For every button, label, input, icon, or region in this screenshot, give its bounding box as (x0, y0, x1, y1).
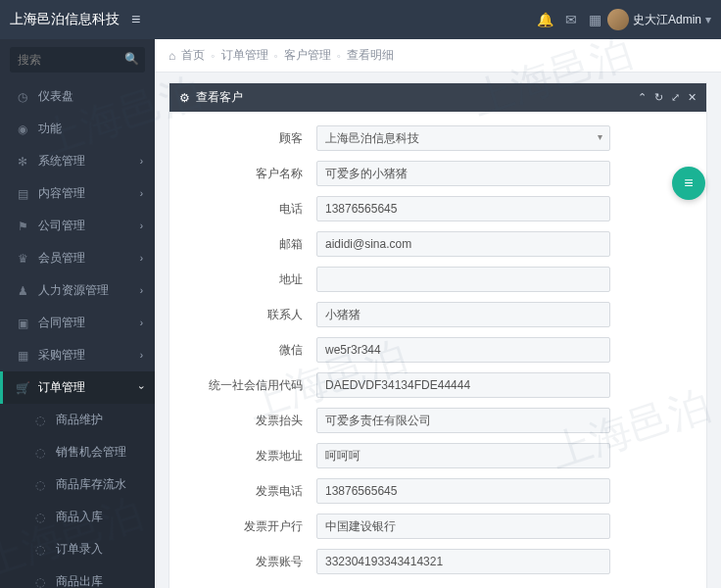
system-icon: ✻ (15, 155, 30, 169)
dot-icon: ◌ (32, 478, 48, 492)
nav-contract[interactable]: ▣合同管理› (0, 307, 155, 339)
refresh-icon[interactable]: ↻ (654, 91, 663, 104)
subnav-orderentry[interactable]: ◌订单录入 (0, 533, 155, 565)
label-uscc: 统一社会信用代码 (189, 377, 316, 394)
nav-content[interactable]: ▤内容管理› (0, 177, 155, 210)
input-invoice-account[interactable] (316, 549, 610, 574)
subnav-stockin[interactable]: ◌商品入库 (0, 501, 155, 533)
menu-toggle-icon[interactable]: ≡ (131, 11, 140, 28)
separator-icon: ◦ (337, 49, 341, 63)
dot-icon: ◌ (32, 575, 48, 589)
nav-label: 公司管理 (38, 218, 85, 234)
nav-label: 会员管理 (38, 250, 85, 267)
field-invoice-account: 发票账号 (189, 549, 687, 574)
breadcrumb-l1[interactable]: 订单管理 (221, 47, 268, 64)
close-icon[interactable]: ✕ (688, 91, 697, 104)
nav-label: 订单录入 (56, 541, 103, 558)
nav-company[interactable]: ⚑公司管理› (0, 210, 155, 242)
input-uscc[interactable] (316, 372, 610, 398)
cart-icon: 🛒 (15, 381, 30, 395)
input-invoice-address[interactable] (316, 443, 610, 468)
bell-icon[interactable]: 🔔 (537, 12, 553, 27)
label-invoice-address: 发票地址 (189, 448, 316, 465)
label-invoice-account: 发票账号 (189, 554, 316, 570)
dot-icon: ◌ (32, 446, 48, 460)
input-invoice-bank[interactable] (316, 514, 610, 539)
field-tenant: 顾客 上海邑泊信息科技 ▾ (189, 125, 687, 151)
label-name: 客户名称 (189, 166, 316, 182)
topbar: 上海邑泊信息科技 ≡ 🔔 ✉ ▦ 史大江Admin ▾ (0, 0, 721, 39)
mail-icon[interactable]: ✉ (565, 12, 577, 27)
dashboard-icon: ◷ (15, 90, 30, 104)
nav-hr[interactable]: ♟人力资源管理› (0, 274, 155, 307)
nav-dashboard[interactable]: ◷仪表盘 (0, 80, 155, 113)
label-invoice-phone: 发票电话 (189, 483, 316, 500)
input-phone[interactable] (316, 196, 610, 221)
input-invoice-title[interactable] (316, 408, 610, 433)
select-tenant[interactable]: 上海邑泊信息科技 (316, 125, 610, 151)
field-contact: 联系人 (189, 302, 687, 327)
dot-icon: ◌ (32, 543, 48, 557)
input-email[interactable] (316, 231, 610, 257)
chevron-right-icon: › (140, 220, 143, 231)
panel-body: 顾客 上海邑泊信息科技 ▾ 客户名称 电话 邮箱 地址 (169, 112, 706, 588)
breadcrumb-home[interactable]: 首页 (181, 47, 205, 64)
member-icon: ♛ (15, 252, 30, 266)
company-icon: ⚑ (15, 220, 30, 233)
hr-icon: ♟ (15, 284, 30, 298)
expand-icon[interactable]: ⤢ (671, 91, 680, 104)
panel-header: ⚙ 查看客户 ⌃ ↻ ⤢ ✕ (169, 83, 706, 112)
breadcrumb-l2[interactable]: 客户管理 (284, 47, 331, 64)
subnav-stockflow[interactable]: ◌商品库存流水 (0, 468, 155, 501)
field-wechat: 微信 (189, 337, 687, 363)
field-email: 邮箱 (189, 231, 687, 257)
subnav-stockout[interactable]: ◌商品出库 (0, 565, 155, 588)
nav-label: 销售机会管理 (56, 444, 126, 461)
nav-label: 仪表盘 (38, 88, 73, 105)
input-invoice-phone[interactable] (316, 478, 610, 504)
chevron-down-icon[interactable]: ▾ (705, 13, 711, 26)
chevron-right-icon: › (140, 285, 143, 296)
function-icon: ◉ (15, 122, 30, 136)
input-address[interactable] (316, 267, 610, 292)
gear-icon: ⚙ (179, 91, 190, 105)
subnav-product[interactable]: ◌商品维护 (0, 404, 155, 436)
home-icon[interactable]: ⌂ (168, 49, 175, 63)
nav-label: 商品出库 (56, 573, 103, 588)
label-address: 地址 (189, 271, 316, 288)
nav-purchase[interactable]: ▦采购管理› (0, 339, 155, 371)
nav-label: 人力资源管理 (38, 282, 109, 299)
label-contact: 联系人 (189, 307, 316, 323)
nav-member[interactable]: ♛会员管理› (0, 242, 155, 274)
contract-icon: ▣ (15, 317, 30, 330)
separator-icon: ◦ (274, 49, 278, 63)
nav-label: 订单管理 (38, 379, 85, 396)
avatar[interactable] (607, 9, 629, 30)
search-icon[interactable]: 🔍 (124, 52, 139, 66)
nav-label: 系统管理 (38, 153, 85, 170)
collapse-icon[interactable]: ⌃ (638, 91, 647, 104)
chevron-right-icon: › (140, 350, 143, 361)
nav-system[interactable]: ✻系统管理› (0, 145, 155, 177)
field-phone: 电话 (189, 196, 687, 221)
input-wechat[interactable] (316, 337, 610, 363)
chevron-right-icon: › (140, 188, 143, 199)
input-contact[interactable] (316, 302, 610, 327)
label-wechat: 微信 (189, 342, 316, 359)
nav-order[interactable]: 🛒订单管理› (0, 371, 155, 404)
field-name: 客户名称 (189, 161, 687, 186)
label-invoice-title: 发票抬头 (189, 413, 316, 429)
username[interactable]: 史大江Admin (633, 12, 701, 28)
label-tenant: 顾客 (189, 130, 316, 147)
fab-button[interactable]: ≡ (672, 167, 705, 200)
nav-function[interactable]: ◉功能 (0, 113, 155, 145)
nav-label: 合同管理 (38, 315, 85, 331)
input-name[interactable] (316, 161, 610, 186)
calendar-icon[interactable]: ▦ (589, 12, 601, 27)
app-title: 上海邑泊信息科技 (10, 11, 120, 28)
dot-icon: ◌ (32, 511, 48, 524)
subnav-sales[interactable]: ◌销售机会管理 (0, 436, 155, 468)
label-invoice-bank: 发票开户行 (189, 518, 316, 535)
chevron-right-icon: › (140, 156, 143, 167)
panel: ⚙ 查看客户 ⌃ ↻ ⤢ ✕ 顾客 上海邑泊信息科技 ▾ 客户名称 (168, 82, 707, 588)
